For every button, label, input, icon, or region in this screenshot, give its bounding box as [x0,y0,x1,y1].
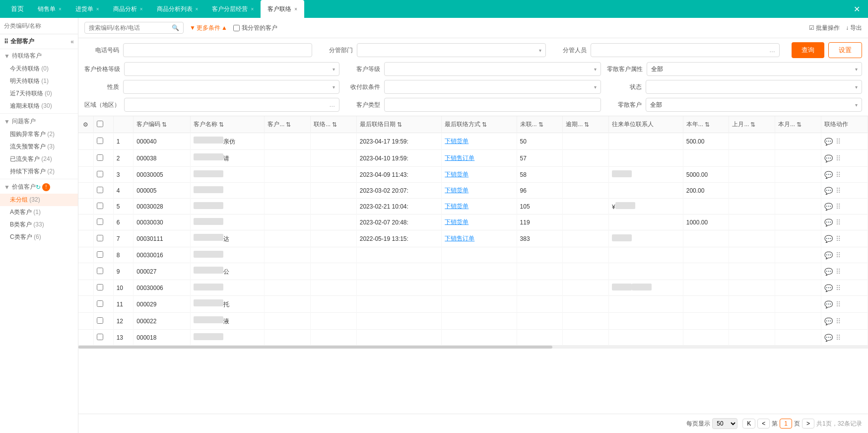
td-checkbox[interactable] [93,167,113,183]
search-icon[interactable]: 🔍 [172,24,179,31]
close-customer-tier-tab-icon[interactable]: × [251,6,254,12]
td-checkbox[interactable] [93,280,113,296]
th-code[interactable]: 客户编码⇅ [134,116,190,133]
customer-level-select[interactable]: ▾ [384,62,601,76]
sidebar-item-tomorrow-pending[interactable]: 明天待联络 (1) [0,75,78,87]
th-type[interactable]: 客户...⇅ [265,116,311,133]
row-checkbox[interactable] [97,300,103,307]
grid-action-icon[interactable]: ⠿ [836,154,841,162]
status-select[interactable]: ▾ [646,80,862,94]
row-checkbox[interactable] [97,154,103,161]
row-checkbox[interactable] [97,171,103,177]
row-checkbox[interactable] [97,334,103,340]
td-checkbox[interactable] [93,133,113,150]
th-last-month[interactable]: 上月...⇅ [729,116,775,133]
sidebar-item-churn-warning[interactable]: 流失预警客户 (3) [0,141,78,153]
row-checkbox[interactable] [97,187,103,193]
sidebar-item-ungrouped[interactable]: 未分组 (32) [0,194,78,206]
th-overdue[interactable]: 逾期...⇅ [563,116,609,133]
grid-action-icon[interactable]: ⠿ [836,171,841,179]
close-sales-tab-icon[interactable]: × [59,6,62,12]
grid-action-icon[interactable]: ⠿ [836,334,841,342]
grid-action-icon[interactable]: ⠿ [836,138,841,145]
sidebar-item-overdue-contact[interactable]: 逾期未联络 (30) [0,100,78,112]
chat-icon[interactable]: 💬 [824,235,833,243]
payment-select[interactable]: ▾ [384,80,601,94]
sidebar-all-customers[interactable]: ⠿ 全部客户 « [0,34,78,49]
refresh-icon[interactable]: ↻ [36,184,41,191]
sidebar-item-class-a[interactable]: A类客户 (1) [0,206,78,218]
chat-icon[interactable]: 💬 [824,268,833,276]
close-all-button[interactable]: ✕ [850,4,864,14]
td-checkbox[interactable] [93,330,113,346]
nav-tab-product-list[interactable]: 商品分析列表 × [150,0,205,18]
sidebar-group-problem[interactable]: ▼ 问题客户 [0,115,78,128]
grid-action-icon[interactable]: ⠿ [836,284,841,292]
grid-action-icon[interactable]: ⠿ [836,203,841,211]
chat-icon[interactable]: 💬 [824,317,833,325]
sidebar-search-input[interactable] [4,22,78,29]
row-checkbox[interactable] [97,138,103,144]
nav-tab-product-analysis[interactable]: 商品分析 × [106,0,150,18]
sidebar-item-declining[interactable]: 持续下滑客户 (2) [0,165,78,178]
sidebar-collapse-button[interactable]: « [70,38,74,45]
chat-icon[interactable]: 💬 [824,334,833,342]
price-level-select[interactable]: ▾ [124,62,339,76]
close-customer-contact-tab-icon[interactable]: × [294,6,297,12]
sidebar-item-today-pending[interactable]: 今天待联络 (0) [0,63,78,75]
nav-tab-sales[interactable]: 销售单 × [31,0,68,18]
grid-action-icon[interactable]: ⠿ [836,235,841,243]
more-conditions-button[interactable]: ▼ 更多条件 ▲ [190,24,227,32]
close-product-list-tab-icon[interactable]: × [196,6,199,12]
row-checkbox[interactable] [97,317,103,324]
nav-tab-customer-tier[interactable]: 客户分层经营 × [205,0,261,18]
reset-button[interactable]: 设置 [828,42,862,58]
select-all-checkbox[interactable] [97,121,103,127]
sidebar-group-value[interactable]: ▼ 价值客户 ↻ ! [0,180,78,194]
sidebar-item-hoarding-abnormal[interactable]: 囤购异常客户 (2) [0,128,78,141]
phone-input[interactable] [123,43,312,57]
td-checkbox[interactable] [93,230,113,247]
sidebar-item-class-b[interactable]: B类客户 (33) [0,218,78,231]
chat-icon[interactable]: 💬 [824,138,833,145]
current-page[interactable]: 1 [780,419,792,429]
td-checkbox[interactable] [93,263,113,280]
grid-action-icon[interactable]: ⠿ [836,300,841,308]
close-product-analysis-tab-icon[interactable]: × [140,6,143,12]
chat-icon[interactable]: 💬 [824,300,833,308]
td-checkbox[interactable] [93,215,113,230]
contact-method-link[interactable]: 下销货单 [445,218,468,225]
td-checkbox[interactable] [93,183,113,199]
customer-search-input[interactable] [89,24,172,31]
th-contact[interactable]: 联络...⇅ [311,116,357,133]
my-customers-checkbox[interactable]: 我分管的客户 [233,24,277,32]
scroll-bar-thumb[interactable] [78,346,552,349]
manager-input[interactable]: … [591,43,780,57]
chat-icon[interactable]: 💬 [824,251,833,259]
th-this-month[interactable]: 本月...⇅ [775,116,821,133]
grid-action-icon[interactable]: ⠿ [836,317,841,325]
sidebar-group-pending[interactable]: ▼ 待联络客户 [0,49,78,63]
td-checkbox[interactable] [93,199,113,215]
nav-tab-purchase[interactable]: 进货单 × [68,0,106,18]
row-checkbox[interactable] [97,218,103,225]
row-checkbox[interactable] [97,235,103,241]
grid-action-icon[interactable]: ⠿ [836,251,841,259]
my-customers-check[interactable] [233,25,240,31]
row-checkbox[interactable] [97,268,103,274]
query-button[interactable]: 查询 [792,42,824,58]
th-settings[interactable]: ⚙ [78,116,93,133]
th-last-contact-date[interactable]: 最后联络日期⇅ [356,116,442,133]
sidebar-item-class-c[interactable]: C类客户 (6) [0,231,78,243]
nature-select[interactable]: ▾ [123,80,339,94]
retail-attr-select[interactable]: 全部▾ [647,62,862,76]
nav-home[interactable]: 首页 [4,4,31,13]
td-checkbox[interactable] [93,296,113,313]
row-checkbox[interactable] [97,284,103,290]
row-checkbox[interactable] [97,251,103,258]
contact-method-link[interactable]: 下销售订单 [445,235,474,242]
contact-method-link[interactable]: 下销货单 [445,171,468,178]
chat-icon[interactable]: 💬 [824,187,833,195]
contact-method-link[interactable]: 下销货单 [445,138,468,144]
grid-action-icon[interactable]: ⠿ [836,187,841,195]
